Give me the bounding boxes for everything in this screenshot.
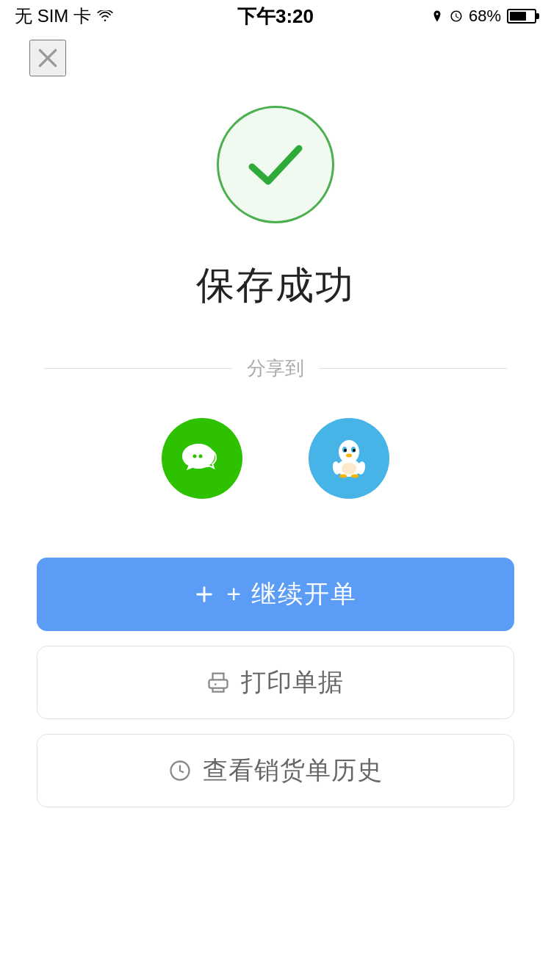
status-left: 无 SIM 卡 — [15, 4, 113, 28]
svg-point-12 — [342, 463, 356, 475]
share-section: 分享到 — [0, 356, 551, 499]
qq-icon — [325, 434, 373, 483]
print-button-label: 打印单据 — [241, 666, 344, 699]
status-right: 68% — [431, 7, 536, 26]
wechat-share-button[interactable] — [162, 418, 242, 499]
battery-percent: 68% — [469, 7, 501, 26]
svg-point-9 — [353, 449, 356, 452]
svg-rect-19 — [209, 680, 228, 688]
plus-icon — [194, 584, 215, 605]
close-button[interactable] — [29, 40, 66, 76]
battery-icon — [507, 9, 536, 24]
success-title: 保存成功 — [196, 260, 355, 311]
wechat-icon — [178, 434, 226, 483]
checkmark-icon — [246, 141, 305, 189]
wifi-icon — [97, 10, 113, 22]
history-button[interactable]: 查看销货单历史 — [37, 734, 514, 807]
continue-button[interactable]: + 继续开单 — [37, 558, 514, 631]
divider-left — [44, 368, 232, 369]
alarm-icon — [450, 10, 463, 23]
print-button[interactable]: 打印单据 — [37, 646, 514, 719]
printer-icon — [207, 671, 229, 693]
svg-point-10 — [346, 454, 352, 458]
history-button-label: 查看销货单历史 — [203, 754, 383, 788]
location-icon — [431, 10, 444, 23]
svg-point-3 — [193, 455, 197, 458]
no-sim-label: 无 SIM 卡 — [15, 4, 91, 28]
qq-share-button[interactable] — [309, 418, 389, 499]
close-icon — [36, 46, 60, 70]
status-time: 下午3:20 — [237, 4, 314, 29]
continue-button-label: + 继续开单 — [226, 577, 356, 611]
history-icon — [169, 760, 191, 782]
success-icon-circle — [217, 106, 334, 223]
divider-right — [319, 368, 507, 369]
svg-point-14 — [351, 475, 359, 478]
share-label: 分享到 — [247, 356, 304, 381]
main-content: 保存成功 分享到 — [0, 32, 551, 807]
share-divider: 分享到 — [44, 356, 507, 381]
svg-point-13 — [339, 475, 347, 478]
share-icons-container — [44, 418, 507, 499]
status-bar: 无 SIM 卡 下午3:20 68% — [0, 0, 551, 32]
svg-point-4 — [199, 455, 203, 458]
svg-point-8 — [344, 449, 347, 452]
action-buttons: + 继续开单 打印单据 查看销货单历史 — [0, 558, 551, 807]
